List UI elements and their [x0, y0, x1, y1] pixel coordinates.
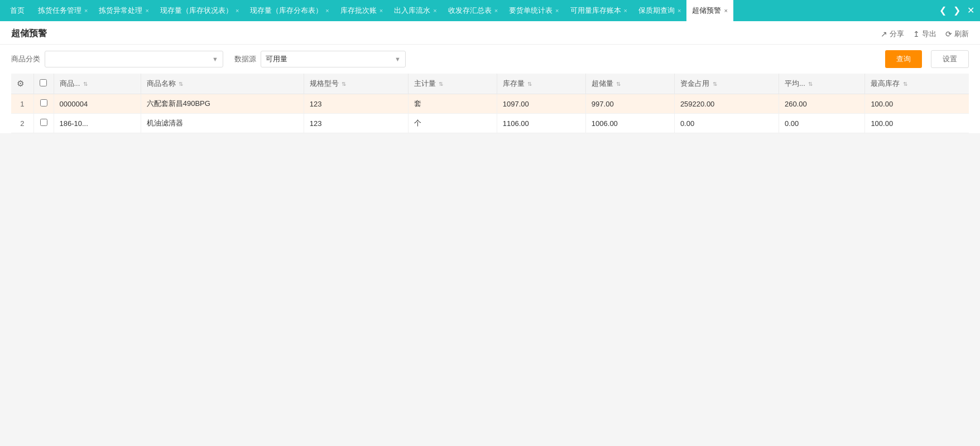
tab-label: 保质期查询	[638, 6, 675, 16]
tab-label: 可用量库存账本	[570, 6, 621, 16]
category-dropdown-icon: ▼	[212, 56, 218, 62]
tab-close-0[interactable]: ×	[84, 7, 88, 14]
export-button[interactable]: ↥ 导出	[913, 29, 936, 39]
row-max-stock-1: 100.00	[865, 114, 969, 133]
tab-close-2[interactable]: ×	[236, 7, 239, 14]
row-product-code-1: 186-10...	[54, 114, 141, 133]
col-spec[interactable]: 规格型号 ⇅	[304, 74, 408, 94]
tab-close-7[interactable]: ×	[555, 7, 559, 14]
col-checkbox	[33, 74, 54, 94]
row-unit-1: 个	[408, 114, 497, 133]
row-checkbox-cell-0	[33, 94, 54, 114]
col-unit[interactable]: 主计量 ⇅	[408, 74, 497, 94]
topbar-tab-7[interactable]: 要货单统计表 ×	[503, 0, 564, 21]
filter-buttons: 查询 设置	[885, 50, 969, 68]
tab-close-3[interactable]: ×	[325, 7, 329, 14]
nav-next-btn[interactable]: ❯	[950, 0, 964, 21]
table-header-row: ⚙ 商品... ⇅ 商品名称 ⇅ 规格型号 ⇅ 主计量	[11, 74, 969, 94]
topbar-tab-10[interactable]: 超储预警 ×	[686, 0, 733, 21]
row-unit-0: 套	[408, 94, 497, 114]
row-capital-1: 0.00	[674, 114, 779, 133]
data-table: ⚙ 商品... ⇅ 商品名称 ⇅ 规格型号 ⇅ 主计量	[11, 74, 969, 133]
sort-stock-icon: ⇅	[527, 81, 532, 87]
tab-close-6[interactable]: ×	[494, 7, 498, 14]
share-button[interactable]: ↗ 分享	[881, 29, 904, 39]
sort-unit-icon: ⇅	[439, 81, 443, 87]
row-capital-0: 259220.00	[674, 94, 779, 114]
nav-prev-btn[interactable]: ❮	[936, 0, 950, 21]
topbar-tab-4[interactable]: 库存批次账 ×	[335, 0, 388, 21]
row-stock-0: 1097.00	[497, 94, 585, 114]
tab-close-4[interactable]: ×	[379, 7, 383, 14]
topbar-tab-3[interactable]: 现存量（库存分布表） ×	[244, 0, 334, 21]
row-avg-1: 0.00	[779, 114, 865, 133]
row-overstock-1: 1006.00	[585, 114, 674, 133]
topbar-tab-1[interactable]: 拣货异常处理 ×	[93, 0, 154, 21]
row-avg-0: 260.00	[779, 94, 865, 114]
row-num-1: 2	[11, 114, 33, 133]
topbar-tab-8[interactable]: 可用量库存账本 ×	[565, 0, 633, 21]
row-checkbox-1[interactable]	[40, 119, 47, 126]
tab-label: 收发存汇总表	[448, 6, 492, 16]
tab-close-5[interactable]: ×	[433, 7, 436, 14]
sort-avg-icon: ⇅	[808, 81, 813, 87]
topbar: 首页 拣货任务管理 × 拣货异常处理 × 现存量（库存状况表） × 现存量（库存…	[0, 0, 980, 21]
refresh-icon: ⟳	[945, 30, 952, 38]
refresh-button[interactable]: ⟳ 刷新	[945, 29, 969, 39]
header-actions: ↗ 分享 ↥ 导出 ⟳ 刷新	[881, 29, 969, 39]
col-overstock[interactable]: 超储量 ⇅	[585, 74, 674, 94]
col-max-stock[interactable]: 最高库存 ⇅	[865, 74, 969, 94]
table-row: 1 0000004 六配套新昌490BPG 123 套 1097.00 997.…	[11, 94, 969, 114]
col-product-code[interactable]: 商品... ⇅	[54, 74, 141, 94]
datasource-label: 数据源	[234, 54, 256, 64]
topbar-tab-6[interactable]: 收发存汇总表 ×	[443, 0, 503, 21]
table-container: ⚙ 商品... ⇅ 商品名称 ⇅ 规格型号 ⇅ 主计量	[0, 74, 980, 133]
row-max-stock-0: 100.00	[865, 94, 969, 114]
tab-close-9[interactable]: ×	[678, 7, 681, 14]
tab-label: 超储预警	[692, 6, 721, 16]
nav-close-btn[interactable]: ✕	[964, 0, 978, 21]
col-avg[interactable]: 平均... ⇅	[779, 74, 865, 94]
col-capital[interactable]: 资金占用 ⇅	[674, 74, 779, 94]
share-icon: ↗	[881, 30, 887, 38]
topbar-tab-9[interactable]: 保质期查询 ×	[633, 0, 686, 21]
tab-label: 出入库流水	[394, 6, 430, 16]
tab-close-10[interactable]: ×	[724, 7, 727, 14]
tab-label: 要货单统计表	[509, 6, 553, 16]
tab-label: 拣货任务管理	[38, 6, 81, 16]
row-checkbox-cell-1	[33, 114, 54, 133]
home-label: 首页	[10, 6, 25, 16]
sort-capital-icon: ⇅	[713, 81, 717, 87]
sort-max-stock-icon: ⇅	[903, 81, 907, 87]
topbar-tab-0[interactable]: 拣货任务管理 ×	[32, 0, 93, 21]
topbar-home[interactable]: 首页	[2, 0, 32, 21]
category-select[interactable]: ▼	[45, 51, 223, 67]
gear-icon[interactable]: ⚙	[17, 79, 24, 88]
settings-button[interactable]: 设置	[931, 50, 969, 68]
row-checkbox-0[interactable]	[40, 99, 47, 106]
datasource-select[interactable]: 可用量 ▼	[261, 51, 406, 67]
datasource-dropdown-icon: ▼	[395, 56, 401, 62]
sort-overstock-icon: ⇅	[616, 81, 621, 87]
col-product-name[interactable]: 商品名称 ⇅	[141, 74, 304, 94]
tab-close-1[interactable]: ×	[145, 7, 148, 14]
select-all-checkbox[interactable]	[40, 79, 47, 86]
row-overstock-0: 997.00	[585, 94, 674, 114]
datasource-select-value: 可用量	[266, 54, 287, 64]
category-filter: 商品分类 ▼	[11, 51, 223, 67]
topbar-tab-5[interactable]: 出入库流水 ×	[388, 0, 442, 21]
sort-product-name-icon: ⇅	[179, 81, 183, 87]
col-stock[interactable]: 库存量 ⇅	[497, 74, 585, 94]
row-spec-1: 123	[304, 114, 408, 133]
export-icon: ↥	[913, 30, 920, 38]
query-button[interactable]: 查询	[885, 50, 922, 68]
sort-spec-icon: ⇅	[342, 81, 346, 87]
row-product-code-0: 0000004	[54, 94, 141, 114]
page-header: 超储预警 ↗ 分享 ↥ 导出 ⟳ 刷新	[0, 21, 980, 45]
row-stock-1: 1106.00	[497, 114, 585, 133]
datasource-filter: 数据源 可用量 ▼	[234, 51, 406, 67]
tab-close-8[interactable]: ×	[624, 7, 627, 14]
tab-label: 拣货异常处理	[99, 6, 142, 16]
page-title: 超储预警	[11, 28, 47, 40]
topbar-tab-2[interactable]: 现存量（库存状况表） ×	[155, 0, 244, 21]
